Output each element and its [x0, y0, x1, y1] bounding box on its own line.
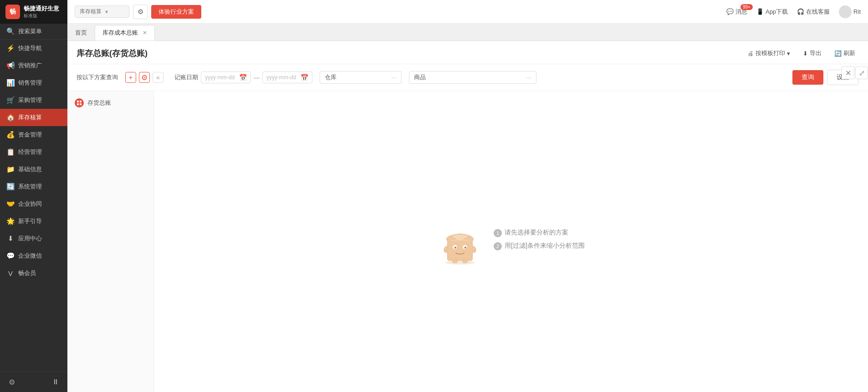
sidebar-item-wechat[interactable]: 💬 企业微信	[0, 247, 67, 265]
sidebar-item-marketing[interactable]: 📢 营销推广	[0, 57, 67, 74]
guide-icon: 🌟	[6, 217, 15, 225]
sidebar-item-basic[interactable]: 📁 基础信息	[0, 161, 67, 178]
tab-inventory-ledger[interactable]: 库存成本总账 ✕	[95, 25, 155, 41]
query-sidebar: 存货总账	[67, 91, 154, 392]
settings-bottom-icon[interactable]: ⚙	[6, 377, 17, 387]
tab-close-icon[interactable]: ✕	[143, 30, 147, 36]
page-title: 库存总账(存货总账)	[77, 48, 148, 59]
sidebar-item-system[interactable]: 🔄 系统管理	[0, 178, 67, 195]
svg-point-9	[465, 246, 467, 249]
sidebar-item-apps[interactable]: ⬇ 应用中心	[0, 230, 67, 247]
date-start-input[interactable]: yyyy-mm-dd 📅	[201, 71, 251, 83]
warehouse-more-icon: ···	[391, 74, 397, 81]
export-button[interactable]: ⬇ 导出	[799, 47, 825, 59]
product-more-icon: ···	[526, 74, 531, 81]
settings-gear-button[interactable]: ⚙	[133, 5, 148, 19]
collapse-filter-button[interactable]: «	[153, 72, 163, 83]
refresh-button[interactable]: 🔄 刷新	[831, 47, 859, 59]
warehouse-filter[interactable]: 仓库 ···	[320, 71, 402, 84]
filter-label: 按以下方案查询	[77, 73, 118, 81]
query-item-inventory-total[interactable]: 存货总账	[67, 95, 153, 111]
sidebar-item-enterprise[interactable]: 🤝 企业协同	[0, 195, 67, 213]
sidebar-item-inventory[interactable]: 🏠 库存核算	[0, 109, 67, 126]
export-icon: ⬇	[803, 50, 808, 57]
sidebar-item-finance[interactable]: 💰 资金管理	[0, 126, 67, 143]
messages-badge: 99+	[740, 4, 753, 10]
industry-solution-button[interactable]: 体验行业方案	[151, 5, 201, 19]
date-filter-label: 记账日期	[174, 73, 198, 81]
sidebar-item-vip[interactable]: V 畅会员	[0, 265, 67, 282]
apps-icon: ⬇	[6, 234, 15, 243]
breadcrumb[interactable]: 库存核算 ▾	[75, 5, 129, 18]
empty-tip-1: 1 请先选择要分析的方案	[494, 229, 585, 237]
app-download-button[interactable]: 📱 App下载	[756, 8, 788, 16]
messages-button[interactable]: 💬 消息 99+	[726, 8, 747, 16]
empty-tip-2: 2 用[过滤]条件来缩小分析范围	[494, 242, 585, 250]
user-avatar	[839, 5, 852, 18]
online-service-button[interactable]: 🎧 在线客服	[797, 8, 830, 16]
empty-state: 1 请先选择要分析的方案 2 用[过滤]条件来缩小分析范围	[437, 219, 585, 265]
svg-rect-3	[80, 103, 82, 105]
print-icon: 🖨	[748, 50, 754, 57]
inventory-icon: 🏠	[6, 113, 15, 122]
panel-close-button[interactable]: ✕	[842, 66, 854, 79]
system-icon: 🔄	[6, 183, 15, 191]
filter-area: 按以下方案查询 ＋ ⚙ « 记账日期 yyyy-mm-dd 📅 — yyyy-m…	[67, 64, 868, 91]
svg-point-4	[445, 260, 475, 264]
marketing-icon: 📢	[6, 61, 15, 70]
audio-icon[interactable]: ⏸	[50, 377, 61, 387]
calendar-end-icon: 📅	[301, 74, 308, 81]
print-dropdown-icon: ▾	[787, 50, 790, 57]
sales-icon: 📊	[6, 79, 15, 87]
inventory-total-icon	[75, 98, 84, 107]
app-logo: 畅 畅捷通好生意 标准版	[0, 0, 67, 24]
download-icon: 📱	[756, 8, 764, 15]
sidebar-nav: 🔍 搜索菜单 ⚡ 快捷导航 📢 营销推广 📊 销售管理 🛒 采购管理 🏠 库存核…	[0, 24, 67, 372]
service-icon: 🎧	[797, 8, 804, 15]
logo-text: 畅捷通好生意 标准版	[24, 5, 59, 19]
header-actions: 🖨 按模板打印 ▾ ⬇ 导出 🔄 刷新	[744, 47, 859, 59]
empty-state-icon	[437, 219, 483, 265]
purchase-icon: 🛒	[6, 96, 15, 104]
date-end-input[interactable]: yyyy-mm-dd 📅	[262, 71, 312, 83]
sidebar: 畅 畅捷通好生意 标准版 🔍 搜索菜单 ⚡ 快捷导航 📢 营销推广 📊 销售管理…	[0, 0, 67, 392]
sidebar-bottom: ⚙ ⏸	[0, 372, 67, 392]
add-filter-button[interactable]: ＋	[125, 72, 136, 83]
sidebar-item-search[interactable]: 🔍 搜索菜单	[0, 24, 67, 40]
user-menu-button[interactable]: Rit	[839, 5, 861, 18]
filter-actions: ＋ ⚙ «	[125, 72, 163, 83]
data-area: 1 请先选择要分析的方案 2 用[过滤]条件来缩小分析范围	[154, 91, 868, 392]
sidebar-item-quicknav[interactable]: ⚡ 快捷导航	[0, 40, 67, 57]
query-button[interactable]: 查询	[792, 70, 823, 85]
panel-resize-button[interactable]: ⤢	[855, 66, 868, 79]
main-area: 库存核算 ▾ ⚙ 体验行业方案 💬 消息 99+ 📱 App下载 🎧 在线客服	[67, 0, 868, 392]
sidebar-item-guide[interactable]: 🌟 新手引导	[0, 213, 67, 230]
svg-rect-10	[453, 260, 458, 263]
logo-icon: 畅	[5, 5, 20, 19]
calendar-start-icon: 📅	[239, 74, 247, 81]
content-area: 库存总账(存货总账) 🖨 按模板打印 ▾ ⬇ 导出 🔄 刷新 按以下方案查询	[67, 41, 868, 392]
svg-rect-11	[463, 260, 468, 263]
basic-icon: 📁	[6, 165, 15, 173]
svg-point-8	[454, 246, 457, 249]
sidebar-item-sales[interactable]: 📊 销售管理	[0, 74, 67, 92]
tab-home[interactable]: 首页	[67, 25, 95, 41]
panel-controls: ✕ ⤢	[842, 66, 868, 79]
product-filter[interactable]: 商品 ···	[409, 71, 536, 84]
finance-icon: 💰	[6, 131, 15, 139]
sidebar-item-operations[interactable]: 📋 经营管理	[0, 143, 67, 161]
svg-rect-2	[77, 103, 79, 105]
message-icon: 💬	[726, 8, 734, 15]
topbar-right: 💬 消息 99+ 📱 App下载 🎧 在线客服 Rit	[726, 5, 861, 18]
svg-rect-5	[448, 239, 473, 260]
quicknav-icon: ⚡	[6, 44, 15, 52]
print-template-button[interactable]: 🖨 按模板打印 ▾	[744, 47, 794, 59]
user-name: Rit	[853, 8, 861, 15]
date-separator: —	[254, 74, 260, 81]
topbar: 库存核算 ▾ ⚙ 体验行业方案 💬 消息 99+ 📱 App下载 🎧 在线客服	[67, 0, 868, 24]
filter-settings-button[interactable]: ⚙	[139, 72, 150, 83]
operations-icon: 📋	[6, 148, 15, 156]
sidebar-item-purchase[interactable]: 🛒 采购管理	[0, 92, 67, 109]
empty-tips: 1 请先选择要分析的方案 2 用[过滤]条件来缩小分析范围	[494, 229, 585, 255]
wechat-icon: 💬	[6, 252, 15, 260]
